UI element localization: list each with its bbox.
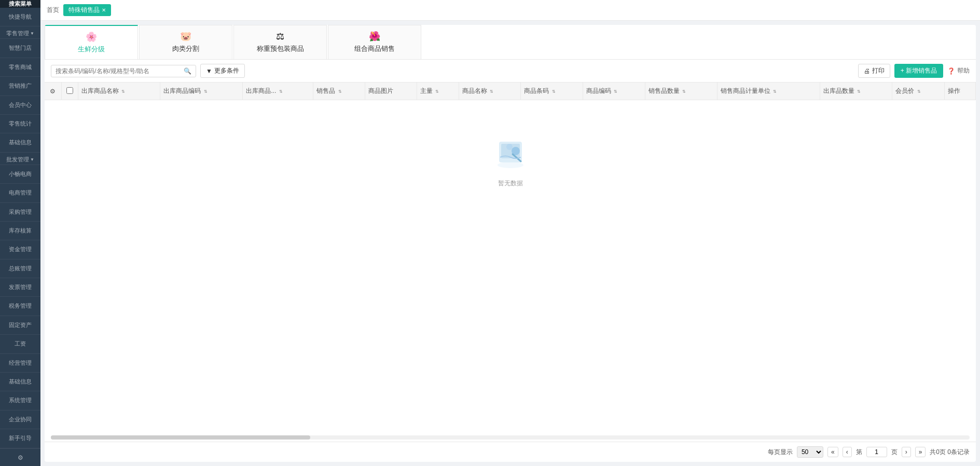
sidebar-item-fixed-assets[interactable]: 固定资产 <box>0 316 40 335</box>
th-outbound-name[interactable]: 出库商品名称 ⇅ <box>78 83 160 100</box>
th-settings[interactable]: ⚙ <box>45 83 61 100</box>
first-page-button[interactable]: « <box>827 447 838 457</box>
table-header-row: ⚙ 出库商品名称 ⇅ 出库商品编码 ⇅ 出库商品... ⇅ <box>45 83 976 100</box>
meat-cutting-icon: 🐷 <box>180 31 191 42</box>
tab-combo-sales[interactable]: 🌺 组合商品销售 <box>328 25 421 59</box>
page-label-suffix: 页 <box>891 448 898 457</box>
main-content: 首页 特殊销售品 ✕ 🌸 生鲜分级 🐷 肉类分割 ⚖ 称重预包装商品 🌺 组合商… <box>40 0 980 466</box>
empty-state: 暂无数据 <box>45 100 976 219</box>
toolbar: 🔍 ▼ 更多条件 🖨 打印 + 新增销售品 ❓ 帮助 <box>45 60 976 83</box>
sidebar-item-system[interactable]: 系统管理 <box>0 391 40 410</box>
sidebar-item-members[interactable]: 会员中心 <box>0 96 40 115</box>
sidebar-item-guide[interactable]: 新手引导 <box>0 429 40 448</box>
help-label: 帮助 <box>957 66 970 75</box>
table-wrap: ⚙ 出库商品名称 ⇅ 出库商品编码 ⇅ 出库商品... ⇅ <box>45 83 976 435</box>
sort-icon: ⇅ <box>338 89 342 94</box>
main-table: ⚙ 出库商品名称 ⇅ 出库商品编码 ⇅ 出库商品... ⇅ <box>45 83 976 100</box>
sidebar-item-base-info[interactable]: 基础信息 <box>0 373 40 391</box>
sort-icon: ⇅ <box>682 89 686 94</box>
sidebar-item-operations[interactable]: 经营管理 <box>0 354 40 373</box>
toolbar-right: 🖨 打印 + 新增销售品 ❓ 帮助 <box>858 64 970 78</box>
breadcrumb-current: 特殊销售品 ✕ <box>63 4 111 16</box>
sort-icon: ⇅ <box>435 89 439 94</box>
empty-text: 暂无数据 <box>498 179 523 188</box>
top-bar: 首页 特殊销售品 ✕ <box>40 0 980 21</box>
sort-icon: ⇅ <box>614 89 617 94</box>
sort-icon: ⇅ <box>552 89 556 94</box>
sidebar-item-payroll[interactable]: 工资 <box>0 335 40 353</box>
weigh-prepack-icon: ⚖ <box>276 31 284 42</box>
total-records-label: 共0页 0条记录 <box>930 448 970 457</box>
tab-meat-cutting[interactable]: 🐷 肉类分割 <box>139 25 232 59</box>
print-button[interactable]: 🖨 打印 <box>858 64 890 78</box>
page-number-input[interactable] <box>866 447 887 457</box>
tab-bar: 🌸 生鲜分级 🐷 肉类分割 ⚖ 称重预包装商品 🌺 组合商品销售 <box>45 25 976 60</box>
sidebar-item-ecommerce-mgmt[interactable]: 电商管理 <box>0 184 40 202</box>
help-button[interactable]: ❓ 帮助 <box>947 66 970 75</box>
page-area: 🌸 生鲜分级 🐷 肉类分割 ⚖ 称重预包装商品 🌺 组合商品销售 🔍 <box>45 25 976 462</box>
sidebar-item-tax[interactable]: 税务管理 <box>0 297 40 316</box>
sort-icon: ⇅ <box>917 89 921 94</box>
tab-fresh-grading[interactable]: 🌸 生鲜分级 <box>45 25 138 59</box>
th-outbound-code[interactable]: 出库商品编码 ⇅ <box>160 83 243 100</box>
svg-point-0 <box>498 162 523 168</box>
th-product-name[interactable]: 商品名称 ⇅ <box>459 83 521 100</box>
search-input[interactable] <box>56 67 182 75</box>
horizontal-scrollbar[interactable] <box>51 435 970 440</box>
sidebar-item-retail-mall[interactable]: 零售商城 <box>0 58 40 77</box>
th-outbound-qty[interactable]: 出库品数量 ⇅ <box>820 83 892 100</box>
th-image: 商品图片 <box>365 83 417 100</box>
tab-weigh-prepack[interactable]: ⚖ 称重预包装商品 <box>233 25 327 59</box>
sidebar-item-inventory[interactable]: 库存核算 <box>0 222 40 240</box>
breadcrumb-home[interactable]: 首页 <box>47 6 59 15</box>
search-icon: 🔍 <box>184 67 191 75</box>
empty-illustration <box>490 131 531 173</box>
sidebar-item-finance[interactable]: 资金管理 <box>0 240 40 259</box>
sidebar-item-wholesale[interactable]: 批发管理 ▼ <box>0 153 40 165</box>
th-sales-unit[interactable]: 销售商品计量单位 ⇅ <box>717 83 820 100</box>
combo-sales-icon: 🌺 <box>369 31 380 42</box>
last-page-button[interactable]: » <box>915 447 926 457</box>
scrollbar-thumb[interactable] <box>51 435 310 440</box>
th-sales-qty[interactable]: 销售品数量 ⇅ <box>645 83 717 100</box>
sidebar-item-smart-store[interactable]: 智慧门店 <box>0 39 40 58</box>
breadcrumb-current-label: 特殊销售品 <box>68 6 100 15</box>
prev-page-button[interactable]: ‹ <box>843 447 852 457</box>
per-page-select[interactable]: 10 20 50 100 <box>797 446 823 458</box>
select-all-checkbox[interactable] <box>66 87 73 94</box>
th-product-code[interactable]: 商品编码 ⇅ <box>583 83 645 100</box>
sort-icon: ⇅ <box>490 89 493 94</box>
filter-icon: ▼ <box>206 67 212 75</box>
filter-button[interactable]: ▼ 更多条件 <box>200 64 245 78</box>
help-icon: ❓ <box>947 67 955 75</box>
sidebar-item-invoice[interactable]: 发票管理 <box>0 278 40 297</box>
th-member-price[interactable]: 会员价 ⇅ <box>892 83 944 100</box>
print-label: 打印 <box>872 66 885 75</box>
sidebar-item-ecommerce-mini[interactable]: 小畅电商 <box>0 165 40 184</box>
sidebar-item-nav[interactable]: 快捷导航 <box>0 8 40 26</box>
sidebar-item-ledger[interactable]: 总账管理 <box>0 259 40 278</box>
sort-icon: ⇅ <box>773 89 777 94</box>
sidebar-logo[interactable]: 搜索菜单 <box>0 0 40 8</box>
next-page-button[interactable]: › <box>902 447 911 457</box>
sidebar-settings-btn[interactable]: ⚙ <box>0 448 40 466</box>
th-barcode[interactable]: 商品条码 ⇅ <box>521 83 583 100</box>
sidebar-item-retail-stats[interactable]: 零售统计 <box>0 115 40 133</box>
th-outbound-spec[interactable]: 出库商品... ⇅ <box>243 83 313 100</box>
sidebar-item-retail-mgmt[interactable]: 零售管理 ▼ <box>0 26 40 39</box>
sort-icon: ⇅ <box>857 89 861 94</box>
close-icon[interactable]: ✕ <box>102 7 106 13</box>
sidebar-item-base-info-retail[interactable]: 基础信息 <box>0 133 40 152</box>
page-label-prefix: 第 <box>856 448 862 457</box>
sidebar-item-purchase[interactable]: 采购管理 <box>0 203 40 222</box>
th-checkbox[interactable] <box>61 83 78 100</box>
search-wrap: 🔍 <box>51 65 196 77</box>
svg-point-4 <box>506 144 513 150</box>
sidebar: 搜索菜单 快捷导航 零售管理 ▼ 智慧门店 零售商城 营销推广 会员中心 零售统… <box>0 0 40 466</box>
sidebar-item-enterprise[interactable]: 企业协同 <box>0 410 40 429</box>
add-sales-item-button[interactable]: + 新增销售品 <box>894 64 943 78</box>
sidebar-item-marketing[interactable]: 营销推广 <box>0 77 40 95</box>
th-sales-item[interactable]: 销售品 ⇅ <box>313 83 365 100</box>
filter-label: 更多条件 <box>214 66 239 75</box>
th-gross-weight[interactable]: 主量 ⇅ <box>417 83 459 100</box>
